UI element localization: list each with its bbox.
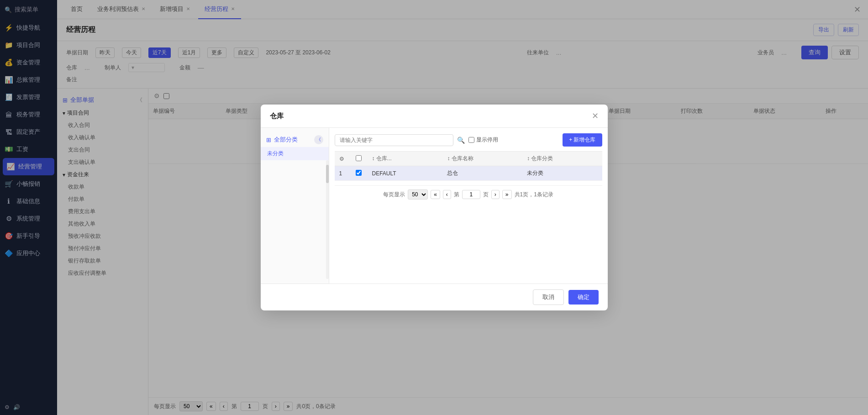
modal-footer: 取消 确定 (261, 284, 608, 310)
add-warehouse-button[interactable]: + 新增仓库 (563, 133, 602, 147)
modal-title: 仓库 (270, 112, 284, 121)
warehouse-table: ⚙ ↕ 仓库... ↕ 仓库名称 ↕ 仓库分类 (335, 151, 602, 181)
category-item-uncategorized[interactable]: 未分类 (261, 147, 329, 160)
modal-overlay: 仓库 ✕ ⊞ 全部分类 《 未分类 (0, 0, 868, 415)
warehouse-first-page[interactable]: « (431, 190, 440, 199)
cancel-button[interactable]: 取消 (533, 289, 564, 305)
select-all-warehouse[interactable] (356, 155, 362, 161)
warehouse-last-page[interactable]: » (502, 190, 512, 199)
modal-close-btn[interactable]: ✕ (592, 111, 599, 121)
show-disabled-label[interactable]: 显示停用 (468, 136, 498, 144)
category-collapse-btn[interactable]: 《 (314, 135, 323, 144)
category-scrollbar-track (326, 160, 329, 279)
grid-icon-modal: ⊞ (266, 137, 271, 143)
warehouse-toolbar: 🔍 显示停用 + 新增仓库 (335, 133, 602, 147)
col-warehouse-name: ↕ 仓库名称 (442, 152, 522, 166)
warehouse-pagination: 每页显示 50 « ‹ 第 页 › » 共1页，1条记录 (335, 185, 602, 203)
col-warehouse-code: ↕ 仓库... (368, 152, 443, 166)
category-scrollbar-thumb[interactable] (326, 165, 329, 183)
warehouse-page-input[interactable] (462, 190, 480, 199)
warehouse-panel: 🔍 显示停用 + 新增仓库 ⚙ ↕ 仓库... (329, 128, 608, 284)
cell-row-settings[interactable]: 1 (335, 166, 351, 181)
show-disabled-checkbox[interactable] (468, 137, 474, 143)
cell-row-category: 未分类 (522, 166, 602, 181)
col-warehouse-category: ↕ 仓库分类 (522, 152, 602, 166)
confirm-button[interactable]: 确定 (568, 290, 599, 305)
col-settings: ⚙ (335, 152, 351, 166)
category-header[interactable]: ⊞ 全部分类 《 (261, 132, 329, 147)
warehouse-search-input[interactable] (335, 134, 453, 146)
row-checkbox[interactable] (356, 170, 362, 176)
cell-row-code: DEFAULT (368, 166, 443, 181)
warehouse-prev-page[interactable]: ‹ (443, 190, 451, 199)
modal-body: ⊞ 全部分类 《 未分类 🔍 (261, 128, 608, 284)
warehouse-modal: 仓库 ✕ ⊞ 全部分类 《 未分类 (261, 105, 608, 310)
warehouse-search-icon[interactable]: 🔍 (457, 137, 465, 144)
cell-row-checkbox[interactable] (351, 166, 368, 181)
cell-row-name: 总仓 (442, 166, 522, 181)
col-checkbox (351, 152, 368, 166)
modal-header: 仓库 ✕ (261, 105, 608, 128)
warehouse-total-info: 共1页，1条记录 (515, 191, 553, 199)
table-row[interactable]: 1 DEFAULT 总仓 未分类 (335, 166, 602, 181)
warehouse-page-size[interactable]: 50 (408, 189, 428, 200)
category-panel: ⊞ 全部分类 《 未分类 (261, 128, 329, 284)
warehouse-next-page[interactable]: › (491, 190, 500, 199)
